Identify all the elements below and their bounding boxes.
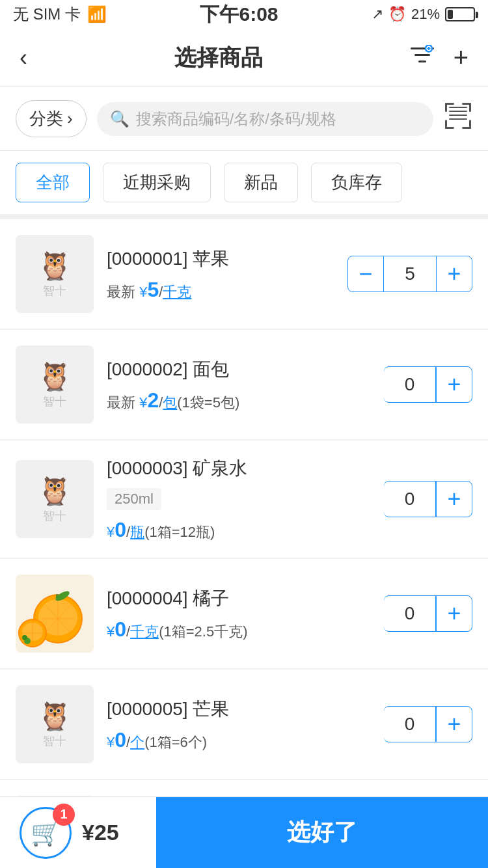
scan-icon[interactable] [444,102,472,136]
search-icon: 🔍 [110,110,129,128]
svg-rect-15 [449,111,467,112]
svg-point-34 [22,635,27,640]
category-label: 分类 [29,107,63,130]
svg-rect-7 [445,103,447,112]
category-chevron: › [67,109,73,129]
list-item: 🦉 智十 [0000003] 矿泉水 250ml ¥0/瓶(1箱=12瓶) + [0,441,488,558]
product-price: ¥0/个(1箱=6个) [107,728,371,752]
quantity-input[interactable] [384,256,436,292]
page-title: 选择商品 [174,43,263,73]
back-button[interactable]: ‹ [20,44,27,72]
quantity-minus-button[interactable]: − [347,256,384,292]
product-info: [0000001] 苹果 最新 ¥5/千克 [94,247,347,302]
product-info: [0000004] 橘子 ¥0/千克(1箱=2.5千克) [94,586,384,642]
owl-icon: 🦉 [38,700,72,732]
quantity-control: + [384,595,472,632]
cart-section: 🛒 1 ¥25 [0,807,156,859]
cart-badge: 1 [53,804,75,826]
tab-negative-stock[interactable]: 负库存 [311,163,402,202]
tab-all[interactable]: 全部 [16,163,90,202]
quantity-control: + [384,706,472,742]
nav-bar: ‹ 选择商品 + [0,29,488,87]
search-box[interactable]: 🔍 搜索商品编码/名称/条码/规格 [97,102,433,136]
quantity-control: − + [347,256,472,292]
quantity-plus-button[interactable]: + [436,366,472,403]
tab-new[interactable]: 新品 [224,163,298,202]
nav-actions: + [411,43,468,72]
placeholder-logo: 🦉 智十 [38,250,72,299]
category-button[interactable]: 分类 › [16,100,87,137]
product-name: [0000003] 矿泉水 [107,456,371,481]
svg-rect-13 [469,120,471,129]
svg-rect-16 [449,115,467,116]
quantity-plus-button[interactable]: + [436,256,472,292]
svg-rect-17 [449,118,467,120]
quantity-plus-button[interactable]: + [436,595,472,632]
product-info: [0000003] 矿泉水 250ml ¥0/瓶(1箱=12瓶) [94,456,384,542]
filter-row: 分类 › 🔍 搜索商品编码/名称/条码/规格 [0,87,488,151]
quantity-plus-button[interactable]: + [436,706,472,742]
product-thumbnail: 🦉 智十 [16,685,94,763]
quantity-input[interactable] [384,366,436,403]
svg-rect-1 [414,54,430,56]
status-time: 下午6:08 [200,1,278,28]
placeholder-logo: 🦉 智十 [38,360,72,409]
list-item: 🦉 智十 [0000002] 面包 最新 ¥2/包(1袋=5包) + [0,330,488,439]
product-name: [0000004] 橘子 [107,586,371,611]
owl-icon: 🦉 [38,360,72,392]
svg-rect-9 [469,103,471,112]
search-placeholder: 搜索商品编码/名称/条码/规格 [136,109,336,129]
filter-icon[interactable] [411,45,434,71]
product-price: 最新 ¥5/千克 [107,278,334,302]
product-thumbnail: 🦉 智十 [16,235,94,313]
product-thumbnail [16,575,94,653]
svg-rect-2 [418,61,426,62]
tab-recent[interactable]: 近期采购 [103,163,211,202]
quantity-plus-button[interactable]: + [436,481,472,517]
owl-icon: 🦉 [38,250,72,282]
alarm-icon: ⏰ [388,6,406,23]
product-thumbnail: 🦉 智十 [16,346,94,424]
product-price: 最新 ¥2/包(1袋=5包) [107,388,371,413]
tabs-row: 全部 近期采购 新品 负库存 [0,151,488,219]
product-info: [0000002] 面包 最新 ¥2/包(1袋=5包) [94,357,384,413]
confirm-button[interactable]: 选好了 [156,797,488,869]
product-price: ¥0/千克(1箱=2.5千克) [107,617,371,642]
battery-icon [445,7,475,21]
status-bar: 无 SIM 卡 📶 下午6:08 ↗ ⏰ 21% [0,0,488,29]
status-right: ↗ ⏰ 21% [372,6,475,23]
svg-rect-14 [449,107,467,108]
quantity-control: + [384,481,472,517]
svg-rect-11 [445,120,447,129]
quantity-input[interactable] [384,481,436,517]
add-button[interactable]: + [454,43,468,72]
wifi-icon: 📶 [87,5,107,23]
status-left: 无 SIM 卡 📶 [13,4,107,25]
quantity-control: + [384,366,472,403]
product-name: [0000002] 面包 [107,357,371,382]
quantity-input[interactable] [384,706,436,742]
product-spec: 250ml [107,488,161,510]
location-icon: ↗ [372,6,383,23]
placeholder-logo: 🦉 智十 [38,700,72,749]
product-list: 🦉 智十 [0000001] 苹果 最新 ¥5/千克 − + 🦉 智十 [000… [0,219,488,868]
quantity-input[interactable] [384,595,436,632]
product-thumbnail: 🦉 智十 [16,460,94,538]
battery-percent: 21% [411,6,440,23]
product-price: ¥0/瓶(1箱=12瓶) [107,518,371,542]
cart-button[interactable]: 🛒 1 [20,807,72,859]
bottom-bar: 🛒 1 ¥25 选好了 [0,796,488,868]
list-item: 🦉 智十 [0000005] 芒果 ¥0/个(1箱=6个) + [0,670,488,779]
placeholder-logo: 🦉 智十 [38,475,72,524]
cart-total: ¥25 [82,820,119,845]
product-name: [0000005] 芒果 [107,697,371,722]
owl-icon: 🦉 [38,475,72,507]
list-item: [0000004] 橘子 ¥0/千克(1箱=2.5千克) + [0,559,488,668]
product-name: [0000001] 苹果 [107,247,334,271]
carrier-label: 无 SIM 卡 [13,4,81,25]
product-info: [0000005] 芒果 ¥0/个(1箱=6个) [94,697,384,752]
list-item: 🦉 智十 [0000001] 苹果 最新 ¥5/千克 − + [0,219,488,329]
